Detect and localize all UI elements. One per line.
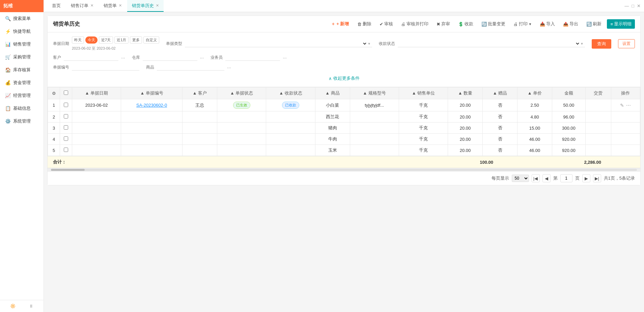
row-checkbox[interactable] xyxy=(64,148,68,152)
col-gift[interactable]: ▲ 赠品 xyxy=(483,87,517,99)
review-print-button[interactable]: 🖨 审核并打印 xyxy=(398,20,431,28)
collapse-button[interactable]: ∧ 收起更多条件 xyxy=(327,74,361,83)
sidebar-item-sys-mgmt[interactable]: ⚙️ 系统管理 xyxy=(0,115,44,128)
customer-input[interactable] xyxy=(64,54,118,61)
col-checkbox[interactable] xyxy=(60,87,72,99)
col-unit[interactable]: ▲ 销售单位 xyxy=(399,87,448,99)
goods-ellipsis[interactable]: ··· xyxy=(227,65,231,70)
tab-sales-order[interactable]: 销售订单 ✕ xyxy=(66,0,98,12)
staff-label: 业务员 xyxy=(211,55,223,60)
col-price[interactable]: ▲ 单价 xyxy=(517,87,552,99)
col-doc-status[interactable]: ▲ 单据状态 xyxy=(217,87,266,99)
date-btn-7days[interactable]: 近7天 xyxy=(99,36,113,44)
quick-nav-icon: ⚡ xyxy=(5,29,10,34)
next-page-button[interactable]: ▶ xyxy=(582,174,590,182)
tab-home[interactable]: 首页 xyxy=(47,0,65,12)
import-button[interactable]: 📥 导入 xyxy=(537,20,558,28)
tab-sales-history-close[interactable]: ✕ xyxy=(156,3,159,8)
doc-no-link[interactable]: SA-20230602-0 xyxy=(136,103,167,108)
page-size-select[interactable]: 50 100 200 xyxy=(512,175,529,182)
collect-status-badge: 已收款 xyxy=(282,102,299,109)
show-detail-button[interactable]: ≡ 显示明细 xyxy=(607,19,635,29)
tab-sales-goods-close[interactable]: ✕ xyxy=(119,3,122,8)
prev-page-button[interactable]: ◀ xyxy=(542,174,551,182)
col-action: 操作 xyxy=(611,87,640,99)
sidebar-item-sales-mgmt[interactable]: 📊 销售管理 xyxy=(0,38,44,51)
sidebar-item-quick-nav[interactable]: ⚡ 快捷导航 xyxy=(0,25,44,38)
tab-sales-goods[interactable]: 销货单 ✕ xyxy=(99,0,127,12)
date-btn-yesterday[interactable]: 昨天 xyxy=(72,36,84,44)
sidebar-item-search-menu[interactable]: 🔍 搜索菜单 xyxy=(0,12,44,25)
cell-row-num: 2 xyxy=(48,111,60,123)
cell-qty: 20.00 xyxy=(448,123,483,134)
abandon-icon: ✖ xyxy=(437,22,440,27)
staff-input[interactable] xyxy=(225,54,280,61)
query-button[interactable]: 查询 xyxy=(592,39,611,49)
page-number-input[interactable] xyxy=(560,174,572,182)
new-button[interactable]: ＋ + 新增 xyxy=(328,20,352,28)
cell-price: 46.00 xyxy=(517,134,552,145)
refresh-button[interactable]: 🔃 刷新 xyxy=(584,20,604,28)
edit-icon[interactable]: ✎ xyxy=(620,103,624,108)
first-page-button[interactable]: |◀ xyxy=(532,174,540,182)
col-doc-no[interactable]: ▲ 单据编号 xyxy=(121,87,183,99)
date-btn-1month[interactable]: 近1月 xyxy=(114,36,129,44)
review-button[interactable]: ✔ 审核 xyxy=(377,20,396,28)
row-checkbox[interactable] xyxy=(64,103,68,107)
export-button[interactable]: 📤 导出 xyxy=(560,20,581,28)
minimize-icon[interactable]: — xyxy=(624,3,629,8)
sidebar-item-purchase-mgmt[interactable]: 🛒 采购管理 xyxy=(0,51,44,63)
col-spec[interactable]: ▲ 规格型号 xyxy=(350,87,399,99)
col-goods[interactable]: ▲ 商品 xyxy=(315,87,350,99)
cell-row-num: 4 xyxy=(48,134,60,145)
collect-button[interactable]: 💲 收款 xyxy=(455,20,476,28)
date-btn-more[interactable]: 更多 xyxy=(130,36,142,44)
window-close-icon[interactable]: ✕ xyxy=(637,3,641,8)
tab-sales-history[interactable]: 销货单历史 ✕ xyxy=(127,0,164,12)
doc-type-select[interactable] xyxy=(186,41,367,46)
col-qty[interactable]: ▲ 数量 xyxy=(448,87,483,99)
maximize-icon[interactable]: □ xyxy=(632,3,634,8)
date-btn-custom[interactable]: 自定义 xyxy=(143,36,159,44)
row-checkbox[interactable] xyxy=(64,114,68,119)
cell-customer xyxy=(183,123,217,134)
cell-goods: 牛肉 xyxy=(315,134,350,145)
sidebar-item-finance-mgmt[interactable]: 💰 资金管理 xyxy=(0,76,44,89)
print-button[interactable]: 🖨 打印 ▼ xyxy=(511,20,535,28)
warehouse-ellipsis[interactable]: ··· xyxy=(200,55,204,60)
abandon-button[interactable]: ✖ 弃审 xyxy=(434,20,453,28)
delete-button[interactable]: 🗑 删除 xyxy=(355,20,374,28)
cell-amount: 920.00 xyxy=(552,134,586,145)
refresh-icon: 🔃 xyxy=(586,22,592,27)
sidebar-item-basic-info[interactable]: 📋 基础信息 xyxy=(0,102,44,115)
staff-ellipsis[interactable]: ··· xyxy=(283,55,287,60)
col-settings[interactable]: ⚙ xyxy=(48,87,60,99)
col-collect-status[interactable]: ▲ 收款状态 xyxy=(266,87,315,99)
basic-info-icon: 📋 xyxy=(5,106,10,111)
scroll-bar-track[interactable] xyxy=(51,169,637,171)
goods-label: 商品 xyxy=(146,64,154,70)
sidebar-item-ops-mgmt[interactable]: 📈 经营管理 xyxy=(0,89,44,102)
table-row: 12023-06-02SA-20230602-0王总已生效已收款小白菜tyjyj… xyxy=(48,99,640,111)
more-icon[interactable]: ⋯ xyxy=(626,103,631,108)
col-doc-date[interactable]: ▲ 单据日期 xyxy=(72,87,121,99)
settings-button[interactable]: 设置 xyxy=(618,39,635,48)
customer-ellipsis[interactable]: ··· xyxy=(121,55,125,60)
sidebar-bottom-icon-2[interactable]: ⏸ xyxy=(29,304,33,309)
tab-sales-order-close[interactable]: ✕ xyxy=(90,3,93,8)
batch-change-button[interactable]: 🔄 批量变更 xyxy=(479,20,508,28)
sidebar-item-inventory[interactable]: 🏠 库存核算 xyxy=(0,63,44,76)
collect-status-select[interactable] xyxy=(399,41,580,46)
scroll-bar-thumb[interactable] xyxy=(51,169,85,171)
date-btn-today[interactable]: 今天 xyxy=(85,36,97,44)
col-customer[interactable]: ▲ 客户 xyxy=(183,87,217,99)
doc-no-input[interactable] xyxy=(72,64,139,71)
goods-input[interactable] xyxy=(157,64,224,71)
row-checkbox[interactable] xyxy=(64,136,68,141)
sidebar-bottom-icon-1[interactable]: 🔆 xyxy=(10,304,16,309)
warehouse-input[interactable] xyxy=(143,54,197,61)
cell-amount: 300.00 xyxy=(552,123,586,134)
row-checkbox[interactable] xyxy=(64,125,68,130)
last-page-button[interactable]: ▶| xyxy=(593,174,601,182)
select-all-checkbox[interactable] xyxy=(64,90,68,95)
